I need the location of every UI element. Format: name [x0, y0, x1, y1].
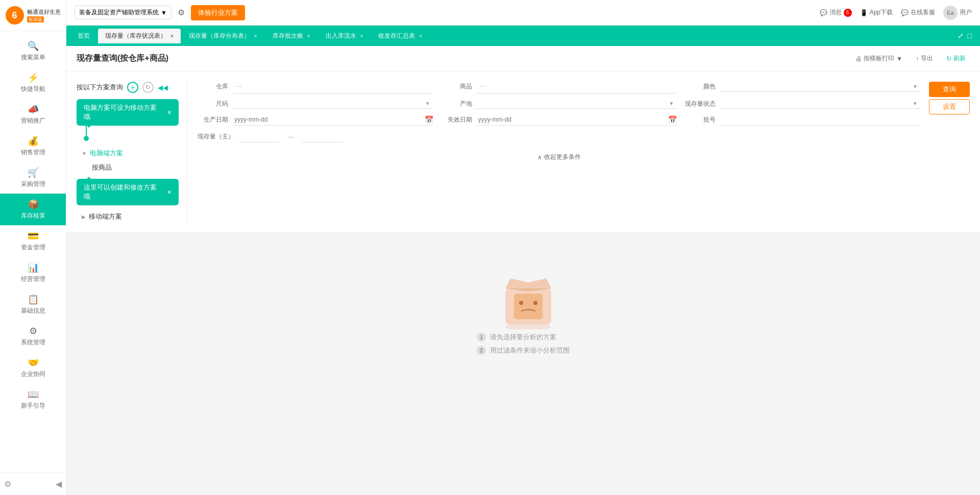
refresh-scheme-btn[interactable]: ↻ — [142, 82, 154, 93]
sidebar-item-purchase[interactable]: 🛒 采购管理 — [0, 162, 66, 194]
batch-label: 批号 — [685, 115, 716, 124]
sidebar-item-enterprise-label: 企业协同 — [21, 370, 45, 379]
notifications-btn[interactable]: 💬 消息 6 — [820, 8, 852, 17]
sidebar-item-operations-label: 经营管理 — [21, 275, 45, 284]
tab-maximize-icon[interactable]: □ — [968, 32, 972, 40]
stock-qty-min-input[interactable] — [238, 131, 279, 143]
sidebar-item-basic-label: 基础信息 — [21, 307, 45, 315]
sidebar-item-inventory-label: 库存核算 — [21, 211, 45, 220]
export-btn[interactable]: ↑ 导出 — [912, 52, 937, 65]
scheme-tree: ▼ 电脑端方案 按商品 — [77, 146, 179, 175]
sidebar-item-system[interactable]: ⚙ 系统管理 — [0, 320, 66, 352]
online-service-btn[interactable]: 💬 在线客服 — [901, 8, 935, 17]
topbar-gear-icon[interactable]: ⚙ — [178, 8, 185, 17]
add-scheme-btn[interactable]: + — [127, 82, 138, 93]
filter-row-3: 生产日期 📅 失效日期 📅 批号 — [198, 114, 921, 126]
tooltip-create: 这里可以创建和修改方案哦 × — [77, 179, 179, 205]
expiry-date-input[interactable]: 📅 — [476, 114, 677, 126]
sidebar-item-quicknav-label: 快捷导航 — [21, 85, 45, 93]
marketing-icon: 📣 — [28, 104, 39, 115]
avatar: Ea — [943, 6, 958, 20]
back-btn[interactable]: ◀◀ — [158, 84, 168, 91]
production-date-calendar-icon[interactable]: 📅 — [425, 115, 433, 124]
tab-in-out-flow[interactable]: 出入库流水 × — [318, 29, 371, 43]
message-icon: 💬 — [820, 9, 827, 16]
mobile-scheme-label: 移动端方案 — [89, 212, 122, 221]
print-dropdown-icon: ▼ — [896, 55, 902, 62]
sidebar-item-basic[interactable]: 📋 基础信息 — [0, 289, 66, 320]
tab-receipt-summary[interactable]: 收发存汇总表 × — [371, 29, 429, 43]
sidebar-item-sales[interactable]: 💰 销售管理 — [0, 130, 66, 162]
filter-fields-panel: 仓库 ··· 商品 ··· 颜色 — [187, 80, 921, 224]
warehouse-input[interactable]: ··· — [232, 80, 433, 93]
product-input[interactable]: ··· — [476, 80, 677, 93]
color-select[interactable]: ▼ — [720, 82, 921, 92]
expiry-date-calendar-icon[interactable]: 📅 — [668, 115, 677, 124]
stock-status-label: 现存量状态 — [685, 100, 716, 108]
filter-cell-batch: 批号 — [685, 114, 921, 126]
tab-fullscreen-icon[interactable]: ⤢ — [958, 32, 964, 40]
tab-batch-ledger-close[interactable]: × — [307, 33, 310, 39]
color-dropdown-icon: ▼ — [913, 84, 918, 89]
sidebar-item-operations[interactable]: 📊 经营管理 — [0, 257, 66, 289]
search-btn-area: 查询 设置 — [929, 80, 970, 224]
product-label: 商品 — [442, 82, 472, 91]
sidebar-item-newguide-label: 新手引导 — [21, 402, 45, 410]
tooltip-pc-close[interactable]: × — [167, 108, 172, 116]
sidebar-item-inventory[interactable]: 📦 库存核算 — [0, 194, 66, 225]
stock-status-dropdown-icon: ▼ — [913, 101, 918, 106]
operations-icon: 📊 — [28, 262, 39, 273]
stock-qty-max-input[interactable] — [302, 131, 343, 143]
tab-receipt-summary-close[interactable]: × — [419, 33, 422, 39]
user-area[interactable]: Ea 用户 — [943, 6, 972, 20]
system-title-selector[interactable]: 装备及固定资产辅助管理系统 ▼ — [75, 6, 172, 19]
tooltip-create-close[interactable]: × — [167, 188, 172, 196]
mobile-scheme-tree: ▶ 移动端方案 — [77, 209, 179, 224]
export-icon: ↑ — [916, 55, 919, 62]
scheme-item-mobile[interactable]: ▶ 移动端方案 — [82, 209, 179, 224]
tab-inventory-status-close[interactable]: × — [170, 33, 174, 39]
refresh-label: 刷新 — [953, 54, 966, 63]
finance-icon: 💳 — [28, 230, 39, 242]
filter-cell-product: 商品 ··· — [442, 80, 677, 93]
sidebar-item-sales-label: 销售管理 — [21, 148, 45, 157]
collapse-more-btn[interactable]: ∧ 收起更多条件 — [198, 148, 921, 167]
sales-icon: 💰 — [28, 135, 39, 147]
industry-btn[interactable]: 体验行业方案 — [191, 5, 245, 20]
scheme-item-by-product[interactable]: 按商品 — [92, 160, 179, 175]
reset-btn[interactable]: 设置 — [929, 99, 970, 114]
tooltip-create-text: 这里可以创建和修改方案哦 — [84, 183, 163, 201]
sidebar-item-enterprise[interactable]: 🤝 企业协同 — [0, 352, 66, 384]
tab-inventory-dist-close[interactable]: × — [254, 33, 257, 39]
refresh-btn[interactable]: ↻ 刷新 — [942, 52, 970, 65]
scheme-item-pc[interactable]: ▼ 电脑端方案 — [82, 146, 179, 160]
sidebar-item-search[interactable]: 🔍 搜索菜单 — [0, 35, 66, 67]
expiry-date-label: 失效日期 — [442, 115, 472, 124]
tab-in-out-flow-close[interactable]: × — [360, 33, 363, 39]
purchase-icon: 🛒 — [28, 167, 39, 178]
inventory-icon: 📦 — [28, 199, 39, 210]
settings-icon[interactable]: ⚙ — [4, 479, 11, 489]
filter-row-4: 现存量（主） — — [198, 131, 921, 143]
collapse-icon: ∧ — [537, 154, 542, 161]
sidebar-item-marketing[interactable]: 📣 营销推广 — [0, 99, 66, 130]
origin-select[interactable]: ▼ — [476, 99, 677, 109]
sidebar-item-newguide[interactable]: 📖 新手引导 — [0, 384, 66, 415]
search-btn[interactable]: 查询 — [929, 82, 970, 97]
app-download-btn[interactable]: 📱 App下载 — [860, 8, 893, 17]
sidebar-item-quicknav[interactable]: ⚡ 快捷导航 — [0, 67, 66, 99]
production-date-input[interactable]: 📅 — [232, 114, 433, 126]
tab-inventory-status[interactable]: 现存量（库存状况表） × — [98, 29, 181, 43]
tab-home[interactable]: 首页 — [70, 29, 97, 43]
batch-input[interactable] — [720, 114, 921, 126]
tab-batch-ledger[interactable]: 库存批次账 × — [265, 29, 317, 43]
print-template-btn[interactable]: 🖨 按模板打印 ▼ — [851, 52, 906, 65]
production-date-start[interactable] — [232, 114, 425, 125]
tab-inventory-dist[interactable]: 现存量（库存分布表） × — [182, 29, 264, 43]
tab-inventory-dist-label: 现存量（库存分布表） — [189, 32, 250, 40]
stock-status-select[interactable]: ▼ — [720, 99, 921, 109]
sidebar-item-finance[interactable]: 💳 资金管理 — [0, 225, 66, 257]
collapse-sidebar-icon[interactable]: ◀ — [56, 479, 62, 489]
size-select[interactable]: ▼ — [232, 99, 433, 109]
expiry-date-start[interactable] — [476, 114, 669, 125]
